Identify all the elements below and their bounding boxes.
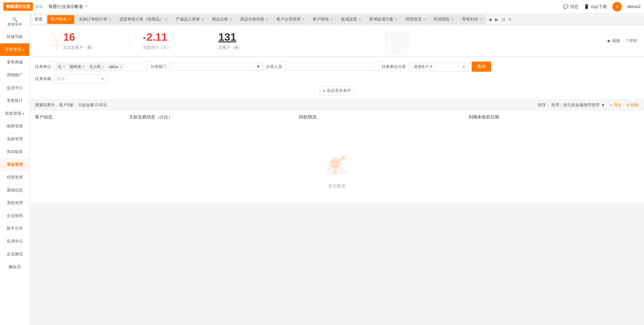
company-selector[interactable]: 母婴行业演示帐套 ▼ <box>46 4 91 10</box>
tab-customer-contact[interactable]: 客户联络 ✕ <box>309 15 337 24</box>
tab-purchase-order-stats-close-icon[interactable]: ✕ <box>109 17 111 21</box>
unit-category-tag-close-icon[interactable]: ✕ <box>430 65 433 69</box>
tab-profit-report[interactable]: 利润报告 ✕ <box>430 15 458 24</box>
tab-customer-contact-close-icon[interactable]: ✕ <box>330 17 333 21</box>
unit-tag-wang-close-icon[interactable]: ✕ <box>101 65 104 69</box>
balance-select[interactable]: 选择... ▼ <box>54 74 108 83</box>
tab-profit-report-label: 利润报告 <box>434 16 450 22</box>
sidebar-item-enterprise-wechat[interactable]: 企业微信 <box>0 248 29 261</box>
unit-tag-cjttcw-label: cjttcw <box>109 65 118 69</box>
sidebar-item-retail-mall[interactable]: 零售商城 <box>0 56 29 69</box>
tab-customer-segment-close-icon[interactable]: ✕ <box>302 17 305 21</box>
tab-ops-status-close-icon[interactable]: ✕ <box>423 17 426 21</box>
credit-total-value: -2.11 <box>143 31 171 43</box>
person-select[interactable]: ··· <box>285 63 379 71</box>
sidebar-quick-nav[interactable]: 快捷导航 <box>0 31 29 43</box>
sidebar-item-capital-mgmt[interactable]: 资金管理 <box>0 158 29 171</box>
unit-tag-chen-close-icon[interactable]: ✕ <box>82 65 85 69</box>
download-icon: 📱 <box>584 4 589 9</box>
tab-improve-settings[interactable]: 提成设置 ✕ <box>337 15 365 24</box>
tab-scroll-left-btn[interactable]: ◀ <box>486 15 493 24</box>
help-btn[interactable]: ? 帮助 <box>626 38 637 44</box>
svg-point-6 <box>337 160 339 162</box>
unit-tags-more-icon[interactable]: ··· <box>125 64 128 69</box>
tab-customer-account[interactable]: 客户账本 ✕ <box>47 15 75 24</box>
tab-product-instock-close-icon[interactable]: ✕ <box>201 17 204 21</box>
sidebar-item-purchase-mgmt[interactable]: 采购管理 <box>0 133 29 146</box>
tab-customer-account-close-icon[interactable]: ✕ <box>68 17 71 21</box>
unit-category-tag-normal[interactable]: 普通客户 ✕ <box>412 64 435 70</box>
unit-tag-group[interactable]: 伍 ✕ 陈民强 ✕ 王小亮 ✕ cjttcw ✕ <box>54 63 148 71</box>
tab-product-analysis-list[interactable]: 商品分析列表 ✕ <box>237 15 272 24</box>
logo-area: 畅捷通好生意 <box>3 2 33 11</box>
app-subtext: 标版 <box>36 4 43 9</box>
dept-select[interactable]: ··· ▼ <box>169 63 263 71</box>
sort-select[interactable]: 排序： 排序：按欠款金额倒序排序 ▼ <box>538 102 605 108</box>
tab-product-instock[interactable]: 产成品入库单 ✕ <box>172 15 208 24</box>
tab-improve-settings-close-icon[interactable]: ✕ <box>358 17 361 21</box>
unit-tag-wu-close-icon[interactable]: ✕ <box>62 65 65 69</box>
dept-arrow-icon: ··· <box>252 64 255 69</box>
unit-tag-cjttcw[interactable]: cjttcw ✕ <box>107 64 124 69</box>
main-layout: 🔍 搜索菜单 快捷导航 零售管理 ▾ 零售商城 营销推广 会员中心 零售统计 批… <box>0 13 644 325</box>
unit-tag-cjttcw-close-icon[interactable]: ✕ <box>119 65 122 69</box>
messages-label: 消息 <box>570 4 578 10</box>
export-icon: ↗ <box>609 103 612 108</box>
unit-tag-wang[interactable]: 王小亮 ✕ <box>88 64 106 70</box>
tab-new-improve-plan[interactable]: 新增提成方案 ✕ <box>366 15 401 24</box>
refresh-btn[interactable]: ↺ 刷新 <box>626 102 639 108</box>
sidebar-item-ecom-mgmt[interactable]: 电商管理 <box>0 120 29 133</box>
tab-product-analysis-list-close-icon[interactable]: ✕ <box>266 17 268 21</box>
refresh-icon: ↺ <box>626 103 629 108</box>
video-btn[interactable]: ▶ 视频 <box>608 38 620 44</box>
tab-retail-profit-close-icon[interactable]: ✕ <box>479 17 482 21</box>
tab-product-analysis-close-icon[interactable]: ✕ <box>229 17 232 21</box>
sidebar-item-sys-mgmt[interactable]: 系统管理 <box>0 197 29 210</box>
empty-illustration <box>320 151 354 178</box>
ops-mgmt-label: 经营管理 <box>7 175 23 180</box>
unit-tag-chen[interactable]: 陈民强 ✕ <box>68 64 86 70</box>
filter-row-2: 往来余额 选择... ▼ <box>35 74 639 83</box>
collapse-btn[interactable]: ∧ 收起更多条件 <box>319 86 354 95</box>
tab-scroll-right-btn[interactable]: ▶ <box>493 15 500 24</box>
sidebar-item-vip-member[interactable]: 畅会员 <box>0 261 29 274</box>
tab-close-all-icon[interactable]: ✕ <box>507 15 513 24</box>
messages-btn[interactable]: 💬 消息 <box>563 4 578 10</box>
tab-purchase-stats-by-product[interactable]: 进货单统计表（按商品） ✕ <box>116 15 171 24</box>
unit-category-select[interactable]: 普通客户 ✕ ▼ <box>409 62 469 72</box>
tab-purchase-stats-close-icon[interactable]: ✕ <box>165 17 168 21</box>
sidebar-item-inventory[interactable]: 库存核算 <box>0 146 29 158</box>
tab-home[interactable]: 首页 <box>31 15 46 24</box>
sidebar-item-retail-mgmt[interactable]: 零售管理 ▾ <box>0 43 29 56</box>
tab-ops-status[interactable]: 经营情况 ✕ <box>402 15 429 24</box>
tab-purchase-order-stats[interactable]: 采购订单统计表 ✕ <box>75 15 115 24</box>
user-avatar[interactable]: d <box>612 2 622 11</box>
sidebar-item-wholesale-mgmt[interactable]: 批发管理 ▾ <box>0 107 29 120</box>
stats-bar: ¥ ✦ 🏢 16 总欠款客户（家） -2.11 欠款合计（万） 131 总 <box>30 26 644 56</box>
unit-tag-wu[interactable]: 伍 ✕ <box>56 64 67 70</box>
tab-window-icon[interactable]: ⊡ <box>500 15 507 24</box>
tab-profit-report-close-icon[interactable]: ✕ <box>451 17 454 21</box>
company-dropdown-icon[interactable]: ▼ <box>85 5 88 8</box>
app-download-btn[interactable]: 📱 App下载 <box>584 4 607 10</box>
tab-customer-account-label: 客户账本 <box>51 16 67 22</box>
export-btn[interactable]: ↗ 导出 <box>609 102 622 108</box>
video-icon: ▶ <box>608 38 611 43</box>
tab-customer-segment[interactable]: 客户分层经营 ✕ <box>273 15 308 24</box>
sidebar-item-new-guide[interactable]: 新手引导 <box>0 222 29 235</box>
filter-row-1: 往来单位 伍 ✕ 陈民强 ✕ 王小亮 ✕ <box>35 62 639 72</box>
tab-retail-profit[interactable]: 零售利润 ✕ <box>458 15 486 24</box>
query-btn[interactable]: 查询 <box>472 62 491 72</box>
wholesale-mgmt-label: 批发管理 <box>5 111 21 116</box>
sidebar-item-retail-stats[interactable]: 零售统计 <box>0 95 29 107</box>
tab-product-analysis[interactable]: 商品分析 ✕ <box>208 15 236 24</box>
sidebar-item-enterprise-collab[interactable]: 企业协同 <box>0 210 29 222</box>
sidebar-search[interactable]: 🔍 搜索菜单 <box>0 13 29 31</box>
col-customer-info: 客户信息 <box>35 114 129 120</box>
sidebar-item-app-center[interactable]: 应用中心 <box>0 235 29 248</box>
sidebar-item-basic-info[interactable]: 基础信息 <box>0 184 29 197</box>
sidebar-item-marketing[interactable]: 营销推广 <box>0 69 29 82</box>
tab-new-improve-plan-close-icon[interactable]: ✕ <box>395 17 397 21</box>
sidebar-item-member-center[interactable]: 会员中心 <box>0 82 29 95</box>
sidebar-item-ops-mgmt[interactable]: 经营管理 <box>0 171 29 184</box>
